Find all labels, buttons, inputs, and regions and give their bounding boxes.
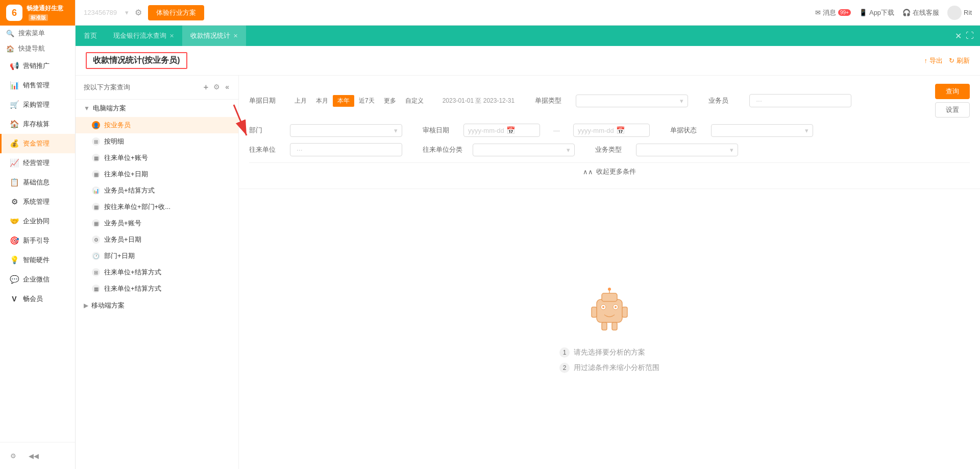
- sidebar-item-hardware[interactable]: 💡 智能硬件: [0, 250, 75, 270]
- sidebar-item-operations[interactable]: 📈 经营管理: [0, 153, 75, 173]
- tab-payment-stats-close[interactable]: ✕: [233, 33, 238, 39]
- desktop-group-arrow: ▼: [84, 105, 90, 112]
- member-label: 畅会员: [23, 294, 43, 303]
- plan-item-party-payment2[interactable]: ▦ 往来单位+结算方式: [76, 280, 238, 297]
- topbar: 123456789 ▾ ⚙ 体验行业方案 ✉ 消息 99+ 📱 App下载 🎧 …: [76, 0, 980, 26]
- export-btn[interactable]: ↑ 导出: [924, 56, 943, 65]
- counterparty-more-icon[interactable]: ···: [297, 146, 303, 154]
- sidebar-item-finance[interactable]: 💰 资金管理: [0, 134, 75, 153]
- settings-bottom-btn[interactable]: ⚙: [5, 448, 21, 464]
- trial-btn[interactable]: 体验行业方案: [148, 5, 204, 20]
- date-tab-this-month[interactable]: 本月: [311, 95, 333, 107]
- date-tab-7days[interactable]: 近7天: [354, 95, 379, 107]
- quick-nav-item[interactable]: 🏠 快捷导航: [0, 41, 75, 56]
- review-start-placeholder: yyyy-mm-dd: [468, 127, 504, 134]
- plan-settings-icon[interactable]: ⚙: [212, 82, 221, 93]
- settings-gear-icon[interactable]: ⚙: [135, 8, 142, 17]
- salesperson-more-icon[interactable]: ···: [756, 97, 762, 105]
- salesperson-select[interactable]: ···: [749, 94, 851, 107]
- plan-item-sales-date[interactable]: ⚙ 业务员+日期: [76, 231, 238, 248]
- search-menu-item[interactable]: 🔍 搜索菜单: [0, 26, 75, 41]
- review-date-start[interactable]: yyyy-mm-dd 📅: [463, 124, 540, 137]
- svg-rect-9: [622, 307, 627, 317]
- review-date-end[interactable]: yyyy-mm-dd 📅: [573, 124, 650, 137]
- plan-label-sales-account: 业务员+账号: [104, 219, 141, 228]
- user-info[interactable]: Rit: [947, 6, 972, 20]
- panel-collapse-icon[interactable]: «: [224, 82, 230, 93]
- plan-item-sales-payment[interactable]: 📊 业务员+结算方式: [76, 182, 238, 199]
- date-tab-last-month[interactable]: 上月: [290, 95, 311, 107]
- voucher-type-arrow: ▾: [680, 97, 683, 105]
- plan-item-dept-date[interactable]: 🕐 部门+日期: [76, 248, 238, 264]
- online-service-btn[interactable]: 🎧 在线客服: [902, 8, 939, 17]
- mobile-group-header[interactable]: ▶ 移动端方案: [76, 297, 238, 314]
- filter-settings-btn[interactable]: 设置: [935, 102, 970, 118]
- tab-payment-stats[interactable]: 收款情况统计 ✕: [182, 26, 246, 46]
- service-label: 在线客服: [913, 8, 939, 17]
- tab-home[interactable]: 首页: [76, 26, 105, 46]
- desktop-group-header[interactable]: ▼ 电脑端方案: [76, 100, 238, 117]
- collapse-sidebar-btn[interactable]: ◀◀: [26, 448, 42, 464]
- refresh-icon: ↻: [949, 57, 954, 64]
- hint-text-2: 用过滤条件来缩小分析范围: [574, 363, 659, 372]
- collapse-more-btn[interactable]: ∧∧ 收起更多条件: [249, 162, 970, 180]
- sidebar-item-collab[interactable]: 🤝 企业协同: [0, 212, 75, 231]
- inventory-label: 库存核算: [23, 120, 50, 129]
- quick-nav-icon: 🏠: [6, 45, 14, 53]
- voucher-status-arrow: ▾: [805, 127, 808, 134]
- plan-item-detail[interactable]: ⊞ 按明细: [76, 133, 238, 150]
- purchase-label: 采购管理: [23, 100, 50, 109]
- voucher-type-select[interactable]: ▾: [576, 95, 688, 107]
- svg-rect-11: [612, 322, 617, 330]
- date-tab-this-year[interactable]: 本年: [333, 95, 354, 107]
- sidebar-item-system[interactable]: ⚙ 系统管理: [0, 192, 75, 212]
- sidebar-item-inventory[interactable]: 🏠 库存核算: [0, 114, 75, 134]
- date-tab-custom[interactable]: 自定义: [401, 95, 428, 107]
- add-plan-icon[interactable]: +: [203, 82, 209, 93]
- sidebar-item-basic[interactable]: 📋 基础信息: [0, 173, 75, 192]
- plan-label-party-payment2: 往来单位+结算方式: [104, 284, 161, 293]
- sidebar-item-newbie[interactable]: 🎯 新手引导: [0, 231, 75, 250]
- plan-item-party-date[interactable]: ▦ 往来单位+日期: [76, 166, 238, 182]
- plan-label-detail: 按明细: [104, 137, 124, 146]
- operations-icon: 📈: [10, 158, 19, 168]
- plan-item-salesperson[interactable]: 👤 按业务员: [76, 117, 238, 133]
- sidebar-item-weixin[interactable]: 💬 企业微信: [0, 270, 75, 289]
- tab-cashflow[interactable]: 现金银行流水查询 ✕: [105, 26, 182, 46]
- date-tab-more[interactable]: 更多: [379, 95, 401, 107]
- message-icon: ✉: [815, 9, 821, 16]
- dept-arrow: ▾: [394, 127, 398, 134]
- marketing-icon: 📢: [10, 61, 19, 71]
- sidebar-item-member[interactable]: V 畅会员: [0, 289, 75, 309]
- business-type-select[interactable]: ▾: [636, 144, 738, 156]
- refresh-btn[interactable]: ↻ 刷新: [949, 56, 970, 65]
- plan-item-party-account[interactable]: ▦ 往来单位+账号: [76, 150, 238, 166]
- mobile-group-label: 移动端方案: [91, 301, 125, 310]
- topbar-right: ✉ 消息 99+ 📱 App下载 🎧 在线客服 Rit: [815, 6, 972, 20]
- app-download-btn[interactable]: 📱 App下载: [859, 8, 894, 17]
- message-btn[interactable]: ✉ 消息 99+: [815, 8, 851, 17]
- tab-home-label: 首页: [84, 31, 97, 40]
- tab-maximize-icon[interactable]: ⛶: [966, 31, 974, 40]
- sidebar-logo: 6 畅捷通好生意 标准版: [0, 0, 75, 26]
- sidebar-item-purchase[interactable]: 🛒 采购管理: [0, 95, 75, 114]
- refresh-label: 刷新: [957, 56, 970, 65]
- message-label: 消息: [823, 8, 836, 17]
- counterparty-cat-select[interactable]: ▾: [473, 144, 575, 156]
- voucher-status-select[interactable]: ▾: [711, 124, 813, 137]
- plan-item-party-payment1[interactable]: ⊞ 往来单位+结算方式: [76, 264, 238, 280]
- tab-cashflow-close[interactable]: ✕: [169, 33, 174, 39]
- tabbar-right: ✕ ⛶: [949, 31, 980, 41]
- query-btn[interactable]: 查询: [935, 84, 970, 99]
- breadcrumb-dropdown-icon[interactable]: ▾: [125, 9, 129, 16]
- counterparty-select[interactable]: ···: [290, 143, 402, 156]
- plan-item-party-dept[interactable]: ▦ 按往来单位+部门+收...: [76, 199, 238, 215]
- dept-select[interactable]: ▾: [290, 124, 402, 137]
- user-name: Rit: [964, 9, 972, 16]
- filter-action-btns: 查询 设置: [935, 84, 970, 118]
- sidebar-item-marketing[interactable]: 📢 营销推广: [0, 56, 75, 76]
- sidebar-item-sales[interactable]: 📊 销售管理: [0, 76, 75, 95]
- tab-close-all-icon[interactable]: ✕: [955, 31, 962, 41]
- date-range-text: 2023-01-01 至 2023-12-31: [443, 97, 514, 105]
- plan-item-sales-account[interactable]: ▦ 业务员+账号: [76, 215, 238, 231]
